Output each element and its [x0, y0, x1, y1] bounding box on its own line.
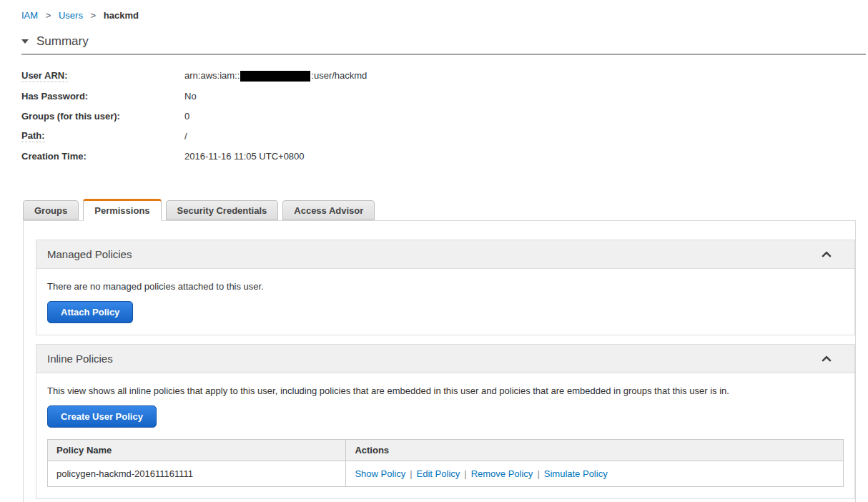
tab-security-credentials[interactable]: Security Credentials — [166, 200, 279, 220]
policy-name-cell: policygen-hackmd-201611161111 — [48, 461, 346, 487]
breadcrumb-current-user: hackmd — [104, 10, 139, 21]
managed-policies-section: Managed Policies There are no managed po… — [36, 240, 855, 335]
column-header-actions: Actions — [346, 440, 844, 461]
inline-policies-table: Policy Name Actions policygen-hackmd-201… — [47, 439, 844, 487]
path-value: / — [184, 131, 187, 142]
simulate-policy-link[interactable]: Simulate Policy — [544, 468, 608, 479]
action-separator: | — [410, 468, 412, 479]
summary-row-user-arn: User ARN: arn:aws:iam:::user/hackmd — [21, 66, 868, 86]
breadcrumb: IAM > Users > hackmd — [21, 10, 868, 21]
inline-policies-body: This view shows all inline policies that… — [36, 373, 854, 498]
edit-policy-link[interactable]: Edit Policy — [417, 468, 460, 479]
summary-row-creation-time: Creation Time: 2016-11-16 11:05 UTC+0800 — [21, 146, 868, 166]
triangle-down-icon — [21, 39, 29, 44]
redacted-account-id — [240, 71, 310, 82]
table-header-row: Policy Name Actions — [48, 440, 844, 461]
summary-row-has-password: Has Password: No — [21, 86, 868, 106]
inline-policies-title: Inline Policies — [47, 353, 113, 365]
column-header-policy-name: Policy Name — [48, 440, 346, 461]
creation-time-value: 2016-11-16 11:05 UTC+0800 — [184, 151, 305, 162]
user-arn-value: arn:aws:iam:::user/hackmd — [184, 70, 367, 82]
creation-time-label-text: Creation Time: — [21, 151, 87, 162]
inline-policies-header[interactable]: Inline Policies — [36, 345, 854, 373]
attach-policy-button[interactable]: Attach Policy — [47, 301, 133, 323]
groups-label-text: Groups (for this user): — [21, 111, 120, 122]
summary-section-toggle[interactable]: Summary — [21, 34, 868, 49]
inline-policies-description: This view shows all inline policies that… — [47, 385, 844, 396]
breadcrumb-link-users[interactable]: Users — [59, 10, 83, 21]
action-separator: | — [464, 468, 466, 479]
policy-actions-cell: Show Policy|Edit Policy|Remove Policy|Si… — [346, 461, 844, 487]
user-arn-label: User ARN: — [21, 70, 184, 82]
user-arn-prefix: arn:aws:iam:: — [184, 70, 240, 81]
managed-policies-title: Managed Policies — [47, 248, 132, 260]
table-row: policygen-hackmd-201611161111 Show Polic… — [48, 461, 844, 487]
tab-groups[interactable]: Groups — [23, 200, 79, 220]
user-arn-suffix: :user/hackmd — [311, 70, 367, 81]
remove-policy-link[interactable]: Remove Policy — [471, 468, 533, 479]
permissions-tab-panel: Managed Policies There are no managed po… — [23, 220, 856, 502]
has-password-label-text: Has Password: — [21, 91, 88, 102]
chevron-up-icon[interactable] — [822, 251, 832, 261]
managed-policies-empty-message: There are no managed policies attached t… — [47, 281, 844, 292]
summary-fields: User ARN: arn:aws:iam:::user/hackmd Has … — [21, 66, 868, 166]
user-arn-label-text: User ARN: — [21, 70, 68, 82]
groups-value: 0 — [184, 111, 189, 122]
create-user-policy-button[interactable]: Create User Policy — [47, 405, 157, 428]
summary-title: Summary — [36, 34, 89, 49]
breadcrumb-link-iam[interactable]: IAM — [21, 10, 38, 21]
breadcrumb-separator: > — [91, 10, 97, 21]
managed-policies-body: There are no managed policies attached t… — [36, 269, 854, 335]
path-label-text: Path: — [21, 130, 45, 142]
summary-row-path: Path: / — [21, 126, 868, 146]
inline-policies-section: Inline Policies This view shows all inli… — [36, 344, 855, 499]
action-separator: | — [537, 468, 539, 479]
managed-policies-header[interactable]: Managed Policies — [36, 240, 854, 269]
path-label: Path: — [21, 130, 184, 142]
chevron-up-icon[interactable] — [822, 355, 832, 365]
summary-row-groups: Groups (for this user): 0 — [21, 106, 868, 126]
tab-bar: Groups Permissions Security Credentials … — [23, 199, 868, 220]
creation-time-label: Creation Time: — [21, 151, 184, 162]
has-password-label: Has Password: — [21, 91, 184, 102]
tab-permissions[interactable]: Permissions — [83, 199, 161, 221]
has-password-value: No — [184, 91, 197, 102]
groups-label: Groups (for this user): — [21, 111, 184, 122]
show-policy-link[interactable]: Show Policy — [355, 468, 405, 479]
summary-divider — [21, 54, 866, 55]
tab-access-advisor[interactable]: Access Advisor — [282, 200, 375, 220]
breadcrumb-separator: > — [46, 10, 51, 21]
